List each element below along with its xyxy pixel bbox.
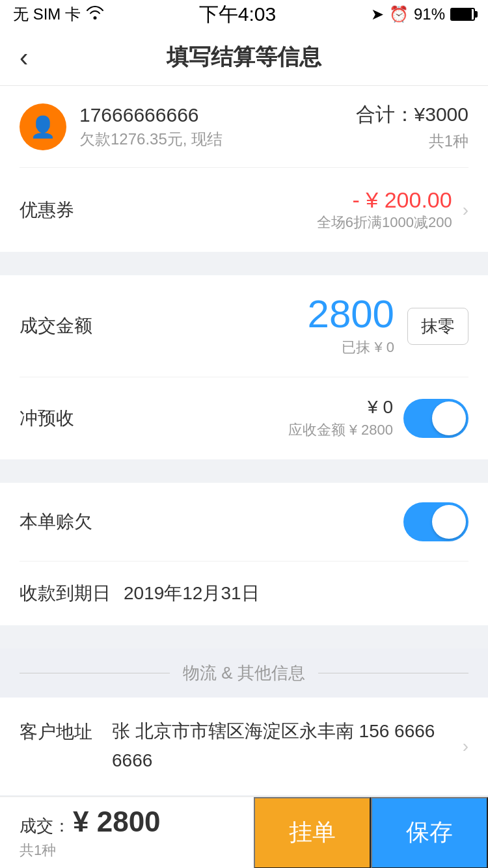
back-button[interactable]: ‹ <box>20 44 28 70</box>
bottom-summary: 成交： ¥ 2800 共1种 <box>0 806 254 860</box>
address-card: 客户地址 张 北京市市辖区海淀区永丰南 156 6666 6666 › <box>0 698 488 795</box>
prepay-row: 冲预收 ¥ 0 应收金额 ¥ 2800 <box>0 377 488 459</box>
coupon-block: - ¥ 200.00 全场6折满1000减200 <box>317 187 452 232</box>
bottom-deal-amount: ¥ 2800 <box>73 806 161 838</box>
customer-phone: 17666666666 <box>79 104 223 126</box>
duedate-label: 收款到期日 <box>20 581 111 606</box>
prepay-toggle[interactable] <box>403 399 468 438</box>
gray-separator-1 <box>0 262 488 275</box>
deal-card: 成交金额 2800 已抹 ¥ 0 抹零 冲预收 ¥ 0 应收金额 ¥ 2800 <box>0 275 488 459</box>
section-header-line-left <box>20 673 170 673</box>
debt-row: 本单赊欠 <box>0 483 488 561</box>
debt-toggle[interactable] <box>403 502 468 541</box>
pending-button[interactable]: 挂单 <box>254 797 371 869</box>
alarm-icon: ⏰ <box>389 5 409 23</box>
address-arrow-icon: › <box>463 736 468 757</box>
deal-label: 成交金额 <box>20 314 92 338</box>
bottom-deal-label: 成交： <box>20 815 70 837</box>
prepay-sub: 应收金额 ¥ 2800 <box>288 420 393 440</box>
prepay-right: ¥ 0 应收金额 ¥ 2800 <box>288 397 468 440</box>
coupon-arrow-icon: › <box>463 200 468 221</box>
total-amount: 合计：¥3000 <box>356 102 468 128</box>
debt-card: 本单赊欠 收款到期日 2019年12月31日 <box>0 483 488 625</box>
deal-amount-block: 2800 已抹 ¥ 0 <box>308 295 394 357</box>
nav-bar: ‹ 填写结算等信息 <box>0 29 488 86</box>
section-header: 物流 & 其他信息 <box>0 649 488 698</box>
avatar-icon: 👤 <box>30 115 56 139</box>
coupon-label: 优惠券 <box>20 198 74 223</box>
deal-amount: 2800 <box>308 295 394 334</box>
main-content: 👤 17666666666 欠款1276.35元, 现结 合计：¥3000 共1… <box>0 86 488 868</box>
coupon-desc: 全场6折满1000减200 <box>317 213 452 232</box>
status-right: ➤ ⏰ 91% <box>371 5 475 23</box>
no-sim-text: 无 SIM 卡 <box>13 4 81 25</box>
total-count: 共1种 <box>356 131 468 152</box>
coupon-amount: - ¥ 200.00 <box>317 187 452 213</box>
duedate-row: 收款到期日 2019年12月31日 <box>0 562 488 625</box>
battery-text: 91% <box>414 5 445 23</box>
customer-right: 合计：¥3000 共1种 <box>356 102 468 152</box>
duedate-value: 2019年12月31日 <box>124 581 260 606</box>
customer-info: 17666666666 欠款1276.35元, 现结 <box>79 104 223 150</box>
page-title: 填写结算等信息 <box>167 42 321 72</box>
debt-label: 本单赊欠 <box>20 509 92 534</box>
prepay-amount: ¥ 0 <box>288 397 393 418</box>
battery-icon <box>450 8 475 21</box>
status-bar: 无 SIM 卡 下午4:03 ➤ ⏰ 91% <box>0 0 488 29</box>
gray-separator-2 <box>0 470 488 483</box>
section-header-text: 物流 & 其他信息 <box>183 662 305 685</box>
deal-sub: 已抹 ¥ 0 <box>308 338 394 357</box>
prepay-info: ¥ 0 应收金额 ¥ 2800 <box>288 397 393 440</box>
save-button[interactable]: 保存 <box>371 797 488 869</box>
gray-separator-3 <box>0 636 488 649</box>
location-icon: ➤ <box>371 5 384 23</box>
status-time: 下午4:03 <box>199 1 276 28</box>
address-label: 客户地址 <box>20 717 92 744</box>
wifi-icon <box>86 5 104 23</box>
prepay-label: 冲预收 <box>20 406 74 431</box>
customer-sub: 欠款1276.35元, 现结 <box>79 129 223 150</box>
customer-left: 👤 17666666666 欠款1276.35元, 现结 <box>20 103 223 150</box>
round-down-button[interactable]: 抹零 <box>407 308 468 345</box>
address-value: 张 北京市市辖区海淀区永丰南 156 6666 6666 <box>112 717 452 776</box>
customer-card: 👤 17666666666 欠款1276.35元, 现结 合计：¥3000 共1… <box>0 86 488 252</box>
status-left: 无 SIM 卡 <box>13 4 104 25</box>
avatar: 👤 <box>20 103 66 150</box>
bottom-bar: 成交： ¥ 2800 共1种 挂单 保存 <box>0 796 488 868</box>
deal-row: 成交金额 2800 已抹 ¥ 0 抹零 <box>0 275 488 377</box>
coupon-row[interactable]: 优惠券 - ¥ 200.00 全场6折满1000减200 › <box>0 168 488 252</box>
bottom-count: 共1种 <box>20 841 234 860</box>
bottom-deal-line: 成交： ¥ 2800 <box>20 806 234 838</box>
deal-right: 2800 已抹 ¥ 0 抹零 <box>308 295 468 357</box>
coupon-right: - ¥ 200.00 全场6折满1000减200 › <box>317 187 468 232</box>
section-header-line-right <box>318 673 468 673</box>
address-row[interactable]: 客户地址 张 北京市市辖区海淀区永丰南 156 6666 6666 › <box>0 698 488 795</box>
customer-row: 👤 17666666666 欠款1276.35元, 现结 合计：¥3000 共1… <box>0 86 488 167</box>
